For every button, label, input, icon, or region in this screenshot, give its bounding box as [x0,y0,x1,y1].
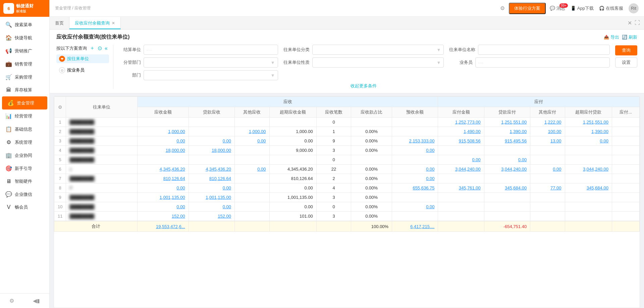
input-settlement-unit[interactable]: ··· [144,45,278,55]
add-scheme-btn[interactable]: ＋ [90,45,95,52]
ar-amount[interactable]: 0.00 [138,136,189,146]
collapse-more-btn[interactable]: 收起更多条件 [351,82,377,90]
prepay[interactable]: 0.00 [392,146,438,155]
ap-loan[interactable]: 915,495.56 [484,136,530,146]
ar-loan[interactable]: 0.00 [189,202,234,212]
prepay[interactable]: 655,636.75 [392,183,438,193]
ap-amount[interactable]: 3,044,240.00 [438,165,484,174]
app-download-btn[interactable]: 📱 App下载 [571,5,594,11]
ar-other[interactable]: 1,000.00 [235,127,269,136]
ap-other[interactable]: 13.00 [530,136,565,146]
sidebar-item-system[interactable]: ⚙系统管理 [0,136,49,149]
sidebar-item-inventory[interactable]: 🏛库存核算 [0,84,49,96]
ap-loan[interactable]: 1,390.00 [484,127,530,136]
ar-loan[interactable]: 18,000.00 [189,146,234,155]
ap-amount[interactable]: 915,508.56 [438,136,484,146]
ap-overdue[interactable]: 1,251,551.00 [565,118,612,127]
ar-amount[interactable]: 152.00 [138,212,189,221]
message-btn[interactable]: 💬 消息 99+ [550,5,565,11]
ar-loan[interactable]: 152.00 [189,212,234,221]
ap-overdue[interactable]: 0.00 [565,136,612,146]
sidebar-item-quick-nav[interactable]: 🏠快捷导航 [0,31,49,44]
maximize-btn[interactable]: ⛶ [635,20,640,26]
sidebar-item-search-menu[interactable]: 🔍搜索菜单 [0,18,49,31]
user-avatar[interactable]: Rit [629,3,639,13]
label-settlement-unit: 结算单位 [117,47,141,53]
input-salesperson[interactable]: ··· [475,57,610,68]
tab-close-icon[interactable]: ✕ [112,21,115,26]
refresh-btn[interactable]: 🔄 刷新 [622,34,637,40]
prepay[interactable]: 0.00 [392,202,438,212]
ap-overdue[interactable]: 3,044,240.00 [565,165,612,174]
scheme-partner[interactable]: ❤ 按往来单位 [56,54,109,63]
ap-amount[interactable]: 0.00 [438,155,484,165]
ar-amount[interactable]: 0.00 [138,202,189,212]
collapse-footer-btn[interactable]: ◀▮ [30,296,43,305]
ap-other[interactable]: 1,222.00 [530,118,565,127]
sidebar-item-basics[interactable]: 📋基础信息 [0,123,49,136]
ar-other[interactable]: 0.00 [235,136,269,146]
sidebar-icon-inventory: 🏛 [5,87,12,93]
ap-other[interactable]: 0.00 [530,165,565,174]
input-supervisor-dept[interactable]: ▼ [144,57,278,68]
sidebar-item-wechat[interactable]: 💬企业微信 [0,188,49,201]
total-prepay[interactable]: 6,417,215.... [392,221,438,232]
sidebar-item-sales[interactable]: 💼销售管理 [0,57,49,71]
ar-amount[interactable]: 4,345,436.20 [138,165,189,174]
prepay[interactable]: 0.00 [392,174,438,183]
ap-amount[interactable]: 345,761.00 [438,183,484,193]
ar-loan[interactable]: 810,126.64 [189,174,234,183]
sidebar-item-marketing[interactable]: 📢营销推广 [0,44,49,57]
ap-overdue[interactable]: 1,390.00 [565,127,612,136]
ap-overdue[interactable]: 345,684.00 [565,183,612,193]
ar-amount[interactable]: 18,000.00 [138,146,189,155]
service-btn[interactable]: 🎧 在线客服 [599,5,623,11]
total-ar-amount[interactable]: 19,553,472,6... [138,221,189,232]
tab-home[interactable]: 首页 [50,17,69,29]
ar-loan[interactable]: 1,001,135.00 [189,193,234,202]
ap-loan[interactable]: 3,044,240.00 [484,165,530,174]
collapse-scheme-btn[interactable]: « [105,45,108,51]
sidebar-item-guide[interactable]: 🎯新手引导 [0,162,49,175]
ar-amount[interactable]: 1,001,135.00 [138,193,189,202]
scheme-salesperson[interactable]: ⊙ 按业务员 [56,66,109,75]
sidebar-item-enterprise[interactable]: 🏢企业协同 [0,149,49,162]
gear-icon[interactable]: ⚙ [500,5,505,11]
promo-button[interactable]: 体验行业方案 [509,3,546,14]
input-partner-name[interactable] [478,45,610,55]
ap-amount[interactable]: 1,490.00 [438,127,484,136]
export-btn[interactable]: 📤 导出 [604,34,619,40]
ar-loan[interactable]: 0.00 [189,183,234,193]
input-partner-nature[interactable]: ▼ [312,57,444,68]
ap-loan[interactable]: 0.00 [484,155,530,165]
prepay[interactable]: 0.00 [392,165,438,174]
close-window-btn[interactable]: ✕ [628,20,632,26]
tab-query-label: 应收应付余额查询 [75,20,110,26]
edit-scheme-btn[interactable]: ⊙ [98,45,102,51]
th-settings-icon[interactable]: ⚙ [54,97,66,118]
sidebar-item-hardware[interactable]: 🖥智能硬件 [0,175,49,188]
ar-amount[interactable]: 810,126.64 [138,174,189,183]
sidebar-item-operations[interactable]: 📊经营管理 [0,109,49,123]
tab-query[interactable]: 应收应付余额查询 ✕ [69,17,121,29]
input-partner-category[interactable]: ▼ [312,45,444,55]
ar-amount[interactable]: 1,000.00 [138,127,189,136]
sidebar-item-member[interactable]: V畅会员 [0,201,49,214]
settings-btn[interactable]: 设置 [615,57,637,68]
prepay[interactable]: 2,153,333.00 [392,136,438,146]
ap-other[interactable]: 100.00 [530,127,565,136]
ap-loan[interactable]: 1,251,551.00 [484,118,530,127]
sidebar-item-finance[interactable]: 💰资金管理 [2,96,47,109]
filter-title-text: 按以下方案查询 [56,45,87,51]
ap-amount[interactable]: 1,252,773.00 [438,118,484,127]
ar-loan[interactable]: 0.00 [189,136,234,146]
query-btn[interactable]: 查询 [615,45,637,55]
ar-amount[interactable]: 0.00 [138,183,189,193]
ar-loan[interactable]: 4,345,436.20 [189,165,234,174]
ap-loan[interactable]: 345,684.00 [484,183,530,193]
ar-other[interactable]: 0.00 [235,165,269,174]
sidebar-item-purchase[interactable]: 🛒采购管理 [0,71,49,84]
input-department[interactable]: ▼ [144,70,278,80]
ap-other[interactable]: 77.00 [530,183,565,193]
settings-footer-btn[interactable]: ⚙ [7,296,17,305]
